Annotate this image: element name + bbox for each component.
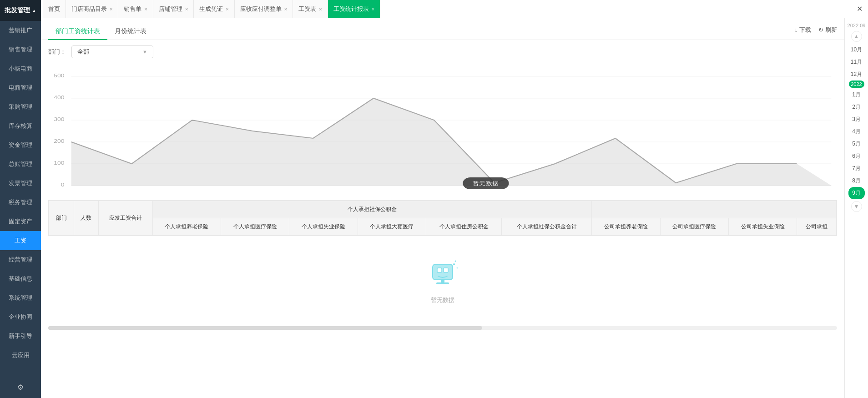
close-all-tabs-button[interactable]: ✕ xyxy=(851,0,868,18)
col-personal-unemployment: 个人承担失业保险 xyxy=(289,218,358,236)
horizontal-scrollbar[interactable] xyxy=(48,326,837,330)
tab-month-stats[interactable]: 月份统计表 xyxy=(107,24,154,40)
page-content: 部门工资统计表 月份统计表 ↓ 下载 ↻ 刷新 部门： xyxy=(41,18,844,398)
timeline-month-12[interactable]: 12月 xyxy=(845,68,868,81)
timeline-down-button[interactable]: ▼ xyxy=(851,201,862,212)
timeline-month-6[interactable]: 6月 xyxy=(845,150,868,162)
sidebar-item-1[interactable]: 销售管理 xyxy=(0,40,41,59)
timeline-month-1[interactable]: 1月 xyxy=(845,89,868,101)
download-icon: ↓ xyxy=(795,26,798,33)
sidebar-item-10[interactable]: 固定资产 xyxy=(0,212,41,231)
tab-close-3[interactable]: × xyxy=(185,6,188,12)
svg-point-21 xyxy=(457,267,458,269)
tab-item-3[interactable]: 店铺管理× xyxy=(153,0,194,18)
filter-bar: 部门： 全部 ▼ xyxy=(41,40,844,64)
tab-close-4[interactable]: × xyxy=(226,6,228,12)
sidebar-item-2[interactable]: 小畅电商 xyxy=(0,59,41,78)
svg-text:500: 500 xyxy=(54,73,64,78)
chart-area: 0 100 200 300 400 500 xyxy=(41,64,844,200)
sidebar-item-15[interactable]: 企业协同 xyxy=(0,307,41,327)
refresh-icon: ↻ xyxy=(818,26,823,33)
tab-close-6[interactable]: × xyxy=(319,6,322,12)
chevron-down-icon: ▼ xyxy=(142,49,147,55)
timeline-month-3[interactable]: 3月 xyxy=(845,113,868,126)
sidebar: 批发管理 ▲ 营销推广销售管理小畅电商电商管理采购管理库存核算资金管理总账管理发… xyxy=(0,0,41,398)
empty-illustration xyxy=(424,254,461,291)
sidebar-item-9[interactable]: 税务管理 xyxy=(0,193,41,212)
timeline-up-button[interactable]: ▲ xyxy=(851,31,862,42)
sidebar-item-17[interactable]: 云应用 xyxy=(0,346,41,365)
tab-items: 首页门店商品目录×销售单×店铺管理×生成凭证×应收应付调整单×工资表×工资统计报… xyxy=(43,0,851,18)
sub-tabs: 部门工资统计表 月份统计表 xyxy=(48,24,154,40)
department-select[interactable]: 全部 ▼ xyxy=(71,45,153,58)
tab-item-5[interactable]: 应收应付调整单× xyxy=(235,0,293,18)
svg-rect-19 xyxy=(436,282,449,284)
timeline-month-4[interactable]: 4月 xyxy=(845,126,868,138)
svg-point-22 xyxy=(455,261,456,262)
timeline-month-11[interactable]: 11月 xyxy=(845,56,868,68)
tab-item-0[interactable]: 首页 xyxy=(43,0,66,18)
department-select-value: 全部 xyxy=(77,48,89,56)
timeline-month-9[interactable]: 9月 xyxy=(848,187,865,199)
col-company-group xyxy=(592,201,837,218)
col-personal-pension: 个人承担养老保险 xyxy=(152,218,221,236)
sub-tab-actions: ↓ 下载 ↻ 刷新 xyxy=(795,26,838,38)
col-company-other: 公司承担 xyxy=(797,218,837,236)
tab-item-7[interactable]: 工资统计报表× xyxy=(328,0,380,18)
sidebar-title: 批发管理 xyxy=(5,6,30,15)
sidebar-item-4[interactable]: 采购管理 xyxy=(0,97,41,116)
sidebar-item-7[interactable]: 总账管理 xyxy=(0,155,41,174)
sidebar-item-11[interactable]: 工资 xyxy=(0,231,41,250)
svg-rect-16 xyxy=(437,268,442,272)
timeline-month-2[interactable]: 2月 xyxy=(845,101,868,113)
col-personal-medical: 个人承担医疗保险 xyxy=(221,218,289,236)
col-company-medical: 公司承担医疗保险 xyxy=(660,218,728,236)
tab-close-5[interactable]: × xyxy=(284,6,287,12)
refresh-button[interactable]: ↻ 刷新 xyxy=(818,26,837,34)
sidebar-header[interactable]: 批发管理 ▲ xyxy=(0,0,41,21)
col-personal-major-medical: 个人承担大额医疗 xyxy=(358,218,426,236)
sidebar-item-14[interactable]: 系统管理 xyxy=(0,288,41,307)
timeline-year-2022-label: 2022.09 xyxy=(846,22,868,29)
tab-close-7[interactable]: × xyxy=(372,6,374,12)
svg-text:暂无数据: 暂无数据 xyxy=(473,181,499,186)
tab-item-1[interactable]: 门店商品目录× xyxy=(66,0,118,18)
timeline-month-8[interactable]: 8月 xyxy=(845,175,868,187)
tab-dept-stats[interactable]: 部门工资统计表 xyxy=(48,24,107,40)
sidebar-item-3[interactable]: 电商管理 xyxy=(0,78,41,97)
sidebar-item-13[interactable]: 基础信息 xyxy=(0,269,41,288)
salary-table: 部门 人数 应发工资合计 个人承担社保公积金 个人承担养老保险 个人承担医疗保险… xyxy=(49,201,837,236)
sidebar-item-12[interactable]: 经营管理 xyxy=(0,250,41,269)
sidebar-item-6[interactable]: 资金管理 xyxy=(0,136,41,155)
scrollbar-thumb[interactable] xyxy=(48,326,482,330)
empty-state: 暂无数据 xyxy=(41,236,844,322)
sidebar-item-5[interactable]: 库存核算 xyxy=(0,116,41,136)
tab-item-4[interactable]: 生成凭证× xyxy=(194,0,234,18)
content-area: 部门工资统计表 月份统计表 ↓ 下载 ↻ 刷新 部门： xyxy=(41,18,868,398)
sidebar-item-0[interactable]: 营销推广 xyxy=(0,21,41,40)
timeline-month-7[interactable]: 7月 xyxy=(845,162,868,175)
timeline-month-10[interactable]: 10月 xyxy=(845,44,868,56)
svg-point-20 xyxy=(453,263,455,265)
settings-icon[interactable]: ⚙ xyxy=(0,377,41,398)
download-button[interactable]: ↓ 下载 xyxy=(795,26,812,34)
timeline-year-2022-marker: 2022 xyxy=(849,81,864,88)
sub-tab-bar: 部门工资统计表 月份统计表 ↓ 下载 ↻ 刷新 xyxy=(41,18,844,40)
col-count: 人数 xyxy=(74,201,99,236)
table-container: 部门 人数 应发工资合计 个人承担社保公积金 个人承担养老保险 个人承担医疗保险… xyxy=(48,200,837,236)
svg-text:100: 100 xyxy=(54,160,64,166)
tab-close-1[interactable]: × xyxy=(110,6,112,12)
main-area: 首页门店商品目录×销售单×店铺管理×生成凭证×应收应付调整单×工资表×工资统计报… xyxy=(41,0,868,398)
col-personal-total: 个人承担社保公积金合计 xyxy=(502,218,592,236)
timeline-panel: 2022.09 ▲ 10月 11月 12月 2022 1月 2月 3月 4月 5… xyxy=(844,18,868,398)
tab-item-2[interactable]: 销售单× xyxy=(118,0,153,18)
svg-text:0: 0 xyxy=(61,182,65,187)
sidebar-item-16[interactable]: 新手引导 xyxy=(0,327,41,346)
tab-close-2[interactable]: × xyxy=(144,6,147,12)
svg-text:400: 400 xyxy=(54,95,64,100)
timeline-month-5[interactable]: 5月 xyxy=(845,138,868,150)
svg-rect-18 xyxy=(441,280,444,282)
tab-item-6[interactable]: 工资表× xyxy=(293,0,328,18)
sidebar-toggle-icon: ▲ xyxy=(32,8,36,13)
sidebar-item-8[interactable]: 发票管理 xyxy=(0,174,41,193)
